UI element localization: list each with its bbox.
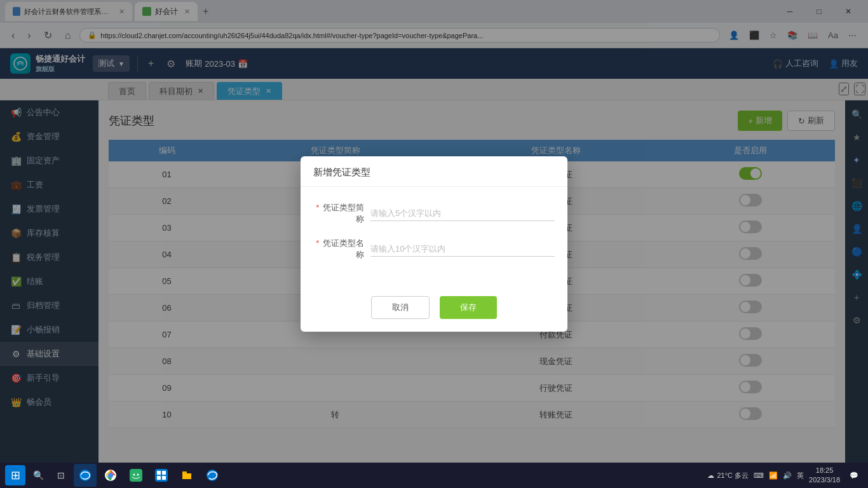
short-input[interactable] — [370, 206, 555, 221]
taskbar-app-store[interactable] — [150, 464, 173, 487]
required-mark-2: * — [316, 238, 319, 248]
modal-body: * 凭证类型简称 * 凭证类型名称 — [301, 187, 567, 288]
modal-title: 新增凭证类型 — [313, 166, 370, 177]
modal-overlay[interactable]: 新增凭证类型 * 凭证类型简称 * 凭证类型名称 取消 保存 — [0, 0, 868, 488]
svg-rect-11 — [162, 476, 166, 480]
notification-button[interactable]: 💬 — [845, 466, 863, 484]
taskbar-time: 18:25 2023/3/18 — [809, 466, 840, 485]
form-row-name: * 凭证类型名称 — [313, 238, 555, 261]
wechat-icon — [130, 469, 142, 482]
edge-icon — [79, 469, 92, 482]
weather-text: 21°C 多云 — [717, 471, 749, 480]
svg-rect-4 — [130, 469, 142, 482]
taskbar-app-files[interactable] — [175, 464, 198, 487]
keyboard-icon[interactable]: ⌨ — [754, 471, 764, 480]
taskbar: ⊞ 🔍 ⊡ — [0, 463, 868, 488]
name-label-text: 凭证类型名称 — [323, 238, 364, 259]
modal-header: 新增凭证类型 — [301, 156, 567, 187]
save-button[interactable]: 保存 — [440, 296, 497, 319]
time-display: 18:25 — [809, 466, 840, 475]
cancel-button[interactable]: 取消 — [371, 296, 430, 319]
taskbar-task-view[interactable]: ⊡ — [51, 465, 71, 485]
name-label: * 凭证类型名称 — [313, 238, 370, 261]
edge-blue-icon — [206, 469, 219, 482]
form-row-short: * 凭证类型简称 — [313, 202, 555, 225]
volume-icon[interactable]: 🔊 — [783, 471, 792, 480]
store-icon — [155, 469, 168, 482]
files-icon — [180, 469, 193, 482]
modal-footer: 取消 保存 — [301, 288, 567, 332]
svg-rect-8 — [157, 471, 161, 475]
weather-info: ☁ 21°C 多云 — [707, 471, 749, 480]
svg-rect-10 — [157, 476, 161, 480]
svg-point-5 — [133, 474, 135, 476]
taskbar-search-button[interactable]: 🔍 — [28, 465, 48, 485]
taskbar-app-chrome[interactable] — [99, 464, 122, 487]
taskbar-right: ☁ 21°C 多云 ⌨ 📶 🔊 英 18:25 2023/3/18 💬 — [707, 466, 863, 485]
required-mark-1: * — [316, 203, 319, 212]
short-label-text: 凭证类型简称 — [323, 203, 364, 224]
name-input[interactable] — [370, 241, 555, 257]
taskbar-app-wechat[interactable] — [125, 464, 147, 487]
svg-point-6 — [137, 474, 139, 476]
network-icon[interactable]: 📶 — [769, 471, 778, 480]
date-display: 2023/3/18 — [809, 475, 840, 485]
new-voucher-type-modal: 新增凭证类型 * 凭证类型简称 * 凭证类型名称 取消 保存 — [301, 156, 567, 332]
short-label: * 凭证类型简称 — [313, 202, 370, 225]
svg-rect-9 — [162, 471, 166, 475]
start-button[interactable]: ⊞ — [5, 465, 25, 485]
chrome-icon — [104, 469, 117, 482]
lang-indicator: 英 — [797, 471, 804, 480]
taskbar-app-edge[interactable] — [74, 464, 97, 487]
taskbar-app-edge-blue[interactable] — [201, 464, 224, 487]
weather-icon: ☁ — [707, 471, 714, 480]
